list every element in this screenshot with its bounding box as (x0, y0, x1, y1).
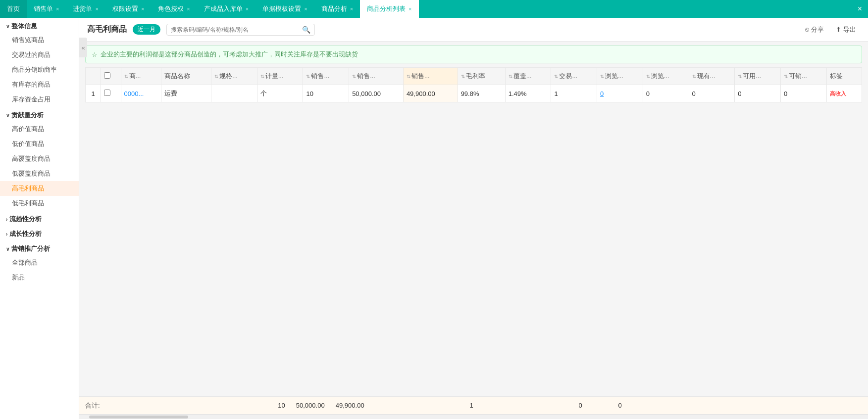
footer-cell-sales3: 49,900.00 (328, 402, 367, 409)
footer-cell-spacer2 (367, 402, 437, 409)
cell-trade: 1 (551, 85, 597, 102)
sidebar-item-traded-goods[interactable]: 交易过的商品 (0, 47, 79, 62)
nav-purchase-order[interactable]: 进货单 × (66, 0, 105, 18)
th-current[interactable]: ⇅现有... (689, 68, 735, 85)
cell-code: 0000... (121, 85, 161, 102)
export-button[interactable]: ⬆ 导出 (832, 23, 860, 36)
cell-browse1[interactable]: 0 (597, 85, 643, 102)
sidebar-collapse-button[interactable]: « (79, 38, 87, 57)
footer-cell-trade: 1 (437, 402, 476, 409)
info-icon: ☆ (92, 51, 98, 58)
arrow-marketing: ∨ (6, 246, 9, 252)
sidebar-group-growth[interactable]: › 成长性分析 (0, 226, 79, 240)
sidebar-item-low-value[interactable]: 低价值商品 (0, 137, 79, 151)
th-available[interactable]: ⇅可用... (735, 68, 781, 85)
content-area: « 高毛利商品 近一月 🔍 ⎋ 分享 ⬆ 导出 ☆ (79, 18, 868, 419)
close-product-analysis[interactable]: × (350, 6, 353, 12)
close-permission-setting[interactable]: × (141, 6, 144, 12)
sidebar-item-distribution-rate[interactable]: 商品分销助商率 (0, 62, 79, 77)
cell-sales1: 10 (303, 85, 349, 102)
footer-cell-sales2: 50,000.00 (288, 402, 328, 409)
arrow-trend: › (6, 217, 7, 222)
footer-cell-sales1: 10 (249, 402, 288, 409)
close-role-auth[interactable]: × (187, 6, 190, 12)
bottom-scrollbar[interactable] (79, 414, 868, 419)
sidebar-group-contribution[interactable]: ∨ 贡献量分析 (0, 107, 79, 122)
sidebar-item-all-goods[interactable]: 全部商品 (0, 255, 79, 270)
close-template-settings[interactable]: × (304, 6, 307, 12)
th-sales1[interactable]: ⇅销售... (303, 68, 349, 85)
footer-cell-browse1 (476, 402, 511, 409)
sidebar-item-low-coverage[interactable]: 低覆盖度商品 (0, 166, 79, 181)
sidebar-group-trend[interactable]: › 流趋性分析 (0, 211, 79, 226)
sidebar-item-stock-capital[interactable]: 库存资金占用 (0, 92, 79, 107)
close-product-inbound[interactable]: × (246, 6, 249, 12)
close-product-analysis-list[interactable]: × (408, 6, 411, 12)
table-row: 1 0000... 运费 个 10 50,000.00 49,900.00 99… (86, 85, 862, 102)
footer-totals: 合计: 10 50,000.00 49,900.00 1 0 0 (79, 396, 868, 414)
cell-sales2: 50,000.00 (349, 85, 404, 102)
sidebar-item-new-goods[interactable]: 新品 (0, 270, 79, 285)
time-filter-button[interactable]: 近一月 (133, 24, 160, 35)
sidebar-group-marketing[interactable]: ∨ 营销推广分析 (0, 240, 79, 255)
main-layout: ∨ 整体信息 销售览商品 交易过的商品 商品分销助商率 有库存的商品 库存资金占… (0, 18, 868, 419)
th-sales2[interactable]: ⇅销售... (349, 68, 404, 85)
th-browse1[interactable]: ⇅浏览... (597, 68, 643, 85)
share-button[interactable]: ⎋ 分享 (801, 23, 828, 36)
cell-index: 1 (86, 85, 101, 102)
close-sales-order[interactable]: × (56, 6, 59, 12)
sidebar-item-low-gross[interactable]: 低毛利商品 (0, 196, 79, 211)
sidebar-item-sales-goods[interactable]: 销售览商品 (0, 33, 79, 47)
cell-spec (211, 85, 257, 102)
arrow-overall: ∨ (6, 24, 9, 29)
nav-home[interactable]: 首页 (0, 0, 27, 18)
cell-available: 0 (735, 85, 781, 102)
close-all-tabs[interactable]: × (858, 4, 868, 13)
search-box: 🔍 (166, 24, 315, 36)
th-sellable[interactable]: ⇅可销... (780, 68, 826, 85)
close-purchase-order[interactable]: × (95, 6, 98, 12)
footer-cell-browse2 (511, 402, 546, 409)
th-browse2[interactable]: ⇅浏览... (643, 68, 689, 85)
select-all-checkbox[interactable] (104, 72, 110, 79)
nav-product-analysis-list[interactable]: 商品分析列表 × (360, 0, 418, 18)
sidebar-item-high-gross[interactable]: 高毛利商品 (0, 181, 79, 196)
total-values: 10 50,000.00 49,900.00 1 0 0 (110, 402, 625, 409)
top-navigation: 首页 销售单 × 进货单 × 权限设置 × 角色授权 × 产成品入库单 × 单据… (0, 0, 868, 18)
sidebar-item-high-coverage[interactable]: 高覆盖度商品 (0, 151, 79, 166)
th-tag: 标签 (826, 68, 862, 85)
nav-permission-setting[interactable]: 权限设置 × (105, 0, 151, 18)
search-input[interactable] (171, 26, 302, 33)
nav-template-settings[interactable]: 单据模板设置 × (255, 0, 314, 18)
th-trade[interactable]: ⇅交易... (551, 68, 597, 85)
th-name: 商品名称 (161, 68, 211, 85)
header-actions: ⎋ 分享 ⬆ 导出 (801, 23, 860, 36)
footer-cell-spacer1 (110, 402, 249, 409)
cell-checkbox (101, 85, 121, 102)
th-unit[interactable]: ⇅计量... (257, 68, 303, 85)
sidebar-item-in-stock-goods[interactable]: 有库存的商品 (0, 77, 79, 92)
page-title: 高毛利商品 (87, 24, 127, 35)
th-coverage[interactable]: ⇅覆盖... (505, 68, 551, 85)
product-table: ⇅商... 商品名称 ⇅规格... ⇅计量... ⇅销售... ⇅销售... ⇅… (85, 67, 862, 102)
nav-product-analysis[interactable]: 商品分析 × (314, 0, 360, 18)
th-sales3[interactable]: ⇅销售... (403, 68, 458, 85)
row-checkbox[interactable] (104, 90, 110, 96)
sidebar-group-overall[interactable]: ∨ 整体信息 (0, 18, 79, 33)
nav-product-inbound[interactable]: 产成品入库单 × (197, 0, 255, 18)
th-code[interactable]: ⇅商... (121, 68, 161, 85)
search-icon[interactable]: 🔍 (302, 26, 310, 34)
footer-cell-available: 0 (585, 402, 625, 409)
th-gross-rate[interactable]: ⇅毛利率 (458, 68, 505, 85)
sidebar-item-high-value[interactable]: 高价值商品 (0, 122, 79, 137)
export-icon: ⬆ (836, 26, 841, 33)
nav-role-auth[interactable]: 角色授权 × (151, 0, 197, 18)
th-spec[interactable]: ⇅规格... (211, 68, 257, 85)
arrow-contribution: ∨ (6, 113, 9, 118)
nav-sales-order[interactable]: 销售单 × (27, 0, 66, 18)
content-header: 高毛利商品 近一月 🔍 ⎋ 分享 ⬆ 导出 (79, 18, 868, 42)
scrollbar-thumb[interactable] (89, 416, 188, 419)
total-label: 合计: (85, 401, 100, 410)
footer-cell-current: 0 (546, 402, 585, 409)
cell-gross-rate: 99.8% (458, 85, 505, 102)
